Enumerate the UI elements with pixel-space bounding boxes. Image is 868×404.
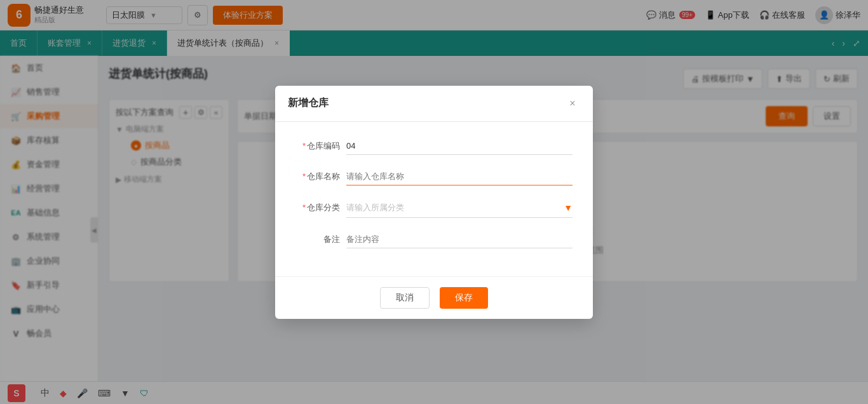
category-required-star: * — [302, 203, 306, 212]
code-required-star: * — [302, 141, 306, 151]
category-placeholder: 请输入所属分类 — [346, 202, 404, 213]
form-row-category: *仓库分类 请输入所属分类 ▼ — [295, 198, 573, 218]
code-input[interactable] — [346, 137, 573, 155]
form-row-notes: 备注 — [295, 231, 573, 248]
modal-overlay: 新增仓库 × *仓库编码 *仓库名称 *仓库分类 — [0, 0, 868, 404]
new-warehouse-modal: 新增仓库 × *仓库编码 *仓库名称 *仓库分类 — [275, 86, 593, 319]
code-label: *仓库编码 — [295, 140, 346, 152]
modal-title: 新增仓库 — [288, 97, 329, 110]
cancel-button[interactable]: 取消 — [380, 287, 430, 309]
name-input[interactable] — [346, 168, 573, 185]
name-required-star: * — [302, 172, 306, 181]
category-dropdown-icon: ▼ — [564, 203, 573, 213]
modal-body: *仓库编码 *仓库名称 *仓库分类 请输入所属分类 ▼ — [275, 122, 593, 276]
form-row-name: *仓库名称 — [295, 168, 573, 185]
save-button[interactable]: 保存 — [440, 287, 488, 309]
name-label: *仓库名称 — [295, 171, 346, 182]
modal-close-button[interactable]: × — [565, 96, 580, 111]
form-row-code: *仓库编码 — [295, 137, 573, 155]
notes-label: 备注 — [295, 234, 346, 245]
modal-header: 新增仓库 × — [275, 86, 593, 122]
category-label: *仓库分类 — [295, 202, 346, 213]
category-select[interactable]: 请输入所属分类 ▼ — [346, 198, 573, 218]
modal-footer: 取消 保存 — [275, 276, 593, 319]
notes-input[interactable] — [346, 231, 573, 248]
